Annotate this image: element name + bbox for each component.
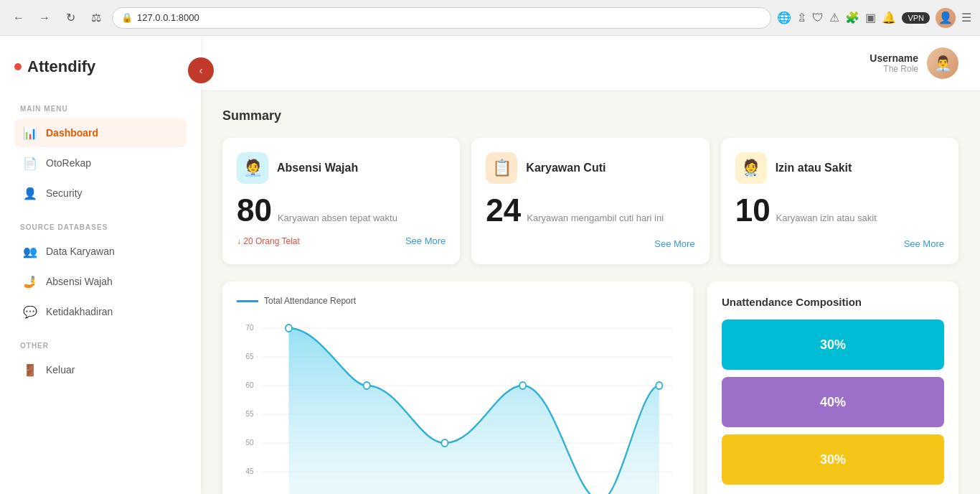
- chart-card: Total Attendance Report 70 65 60 55 50 4…: [222, 281, 693, 494]
- card-number-3: 10: [735, 192, 771, 228]
- otorekap-icon: 📄: [23, 156, 37, 170]
- puzzle-icon: 🧩: [845, 11, 859, 24]
- alert-text-1: 20 Orang Telat: [237, 236, 300, 246]
- top-header: Username The Role 👨‍💼: [201, 36, 980, 91]
- see-more-3[interactable]: See More: [904, 238, 944, 249]
- svg-text:70: 70: [246, 324, 254, 332]
- sidebar-item-ketidakhadiran[interactable]: 💬 Ketidakhadiran: [14, 297, 187, 326]
- main-menu-section: MAIN MENU 📊 Dashboard 📄 OtoRekap 👤 Secur…: [14, 105, 187, 209]
- notification-icon: 🔔: [882, 11, 896, 24]
- sidebar-item-dashboard[interactable]: 📊 Dashboard: [14, 118, 187, 147]
- cuti-card-icon: 📋: [486, 152, 517, 184]
- dashboard-icon: 📊: [23, 126, 37, 140]
- svg-text:55: 55: [246, 410, 254, 419]
- sidebar-item-keluar[interactable]: 🚪 Keluar: [14, 355, 187, 384]
- absensi-card-icon: 🧑‍💼: [237, 152, 268, 184]
- user-avatar: 👨‍💼: [927, 47, 958, 79]
- bookmark-button[interactable]: ⚖: [86, 8, 106, 28]
- card-footer-1: 20 Orang Telat See More: [237, 236, 446, 246]
- sidebar-item-absensi-wajah[interactable]: 🤳 Absensi Wajah: [14, 267, 187, 296]
- shield-icon: 🛡: [812, 11, 824, 24]
- bottom-section: Total Attendance Report 70 65 60 55 50 4…: [222, 281, 958, 494]
- see-more-2[interactable]: See More: [654, 238, 694, 249]
- card-header-2: 📋 Karyawan Cuti: [486, 152, 694, 184]
- card-desc-3: Karyawan izin atau sakit: [776, 213, 877, 223]
- share-icon: ⇫: [797, 11, 806, 24]
- comp-bar-label-3: 30%: [820, 452, 846, 467]
- datapoint-jan: [286, 325, 292, 332]
- svg-text:45: 45: [246, 467, 254, 476]
- absensi-icon: 🤳: [23, 274, 37, 289]
- back-button[interactable]: ←: [9, 8, 29, 28]
- see-more-1[interactable]: See More: [405, 236, 446, 246]
- browser-chrome: ← → ↻ ⚖ 🔒 127.0.0.1:8000 🌐 ⇫ 🛡 ⚠ 🧩 ▣ 🔔 V…: [0, 0, 980, 36]
- card-absensi-wajah: 🧑‍💼 Absensi Wajah 80 Karyawan absen tepa…: [222, 138, 460, 264]
- sidebar-label-dashboard: Dashboard: [46, 127, 98, 139]
- lock-icon: 🔒: [121, 12, 133, 23]
- sidebar-label-data-karyawan: Data Karyawan: [46, 246, 115, 257]
- svg-text:65: 65: [246, 353, 254, 361]
- app-layout: Attendify ‹ MAIN MENU 📊 Dashboard 📄 OtoR…: [0, 36, 980, 494]
- address-bar[interactable]: 🔒 127.0.0.1:8000: [112, 7, 771, 29]
- card-footer-2: See More: [486, 237, 694, 250]
- vpn-badge[interactable]: VPN: [902, 12, 930, 24]
- composition-title: Unattendance Composition: [722, 296, 944, 308]
- card-body-1: 80 Karyawan absen tepat waktu: [237, 192, 446, 228]
- card-footer-3: See More: [735, 237, 944, 250]
- composition-card: Unattendance Composition 30% 40% 30%: [707, 281, 958, 494]
- sidebar: Attendify ‹ MAIN MENU 📊 Dashboard 📄 OtoR…: [0, 36, 201, 494]
- dashboard-body: Summary 🧑‍💼 Absensi Wajah 80 Karyawan ab…: [201, 91, 980, 494]
- summary-cards: 🧑‍💼 Absensi Wajah 80 Karyawan absen tepa…: [222, 138, 958, 264]
- forward-button[interactable]: →: [34, 8, 55, 28]
- sidebar-logo: Attendify: [14, 50, 187, 83]
- sidebar-label-absensi: Absensi Wajah: [46, 276, 113, 287]
- chart-svg: 70 65 60 55 50 45 40: [237, 317, 679, 494]
- user-info: Username The Role 👨‍💼: [870, 47, 958, 79]
- card-title-3: Izin atau Sakit: [776, 162, 852, 174]
- comp-bar-purple: 40%: [722, 377, 944, 427]
- ketidakhadiran-icon: 💬: [23, 304, 37, 319]
- window-icon: ▣: [865, 11, 876, 24]
- svg-text:50: 50: [246, 439, 254, 447]
- sidebar-label-ketidakhadiran: Ketidakhadiran: [46, 306, 113, 317]
- izin-card-icon: 🧑‍⚕️: [735, 152, 767, 184]
- card-title-2: Karyawan Cuti: [526, 162, 606, 174]
- card-izin-sakit: 🧑‍⚕️ Izin atau Sakit 10 Karyawan izin at…: [721, 138, 958, 264]
- comp-bar-label-1: 30%: [820, 337, 846, 353]
- user-text: Username The Role: [870, 52, 918, 74]
- sidebar-item-data-karyawan[interactable]: 👥 Data Karyawan: [14, 237, 187, 266]
- chart-container: 70 65 60 55 50 45 40: [237, 317, 679, 494]
- chart-legend-label: Total Attendance Report: [264, 296, 356, 306]
- sidebar-item-otorekap[interactable]: 📄 OtoRekap: [14, 149, 187, 177]
- sidebar-label-otorekap: OtoRekap: [46, 157, 91, 169]
- menu-icon[interactable]: ☰: [961, 11, 971, 24]
- card-header-1: 🧑‍💼 Absensi Wajah: [237, 152, 446, 184]
- chart-legend: Total Attendance Report: [237, 296, 679, 306]
- legend-line: [237, 300, 258, 302]
- datapoint-feb: [364, 382, 370, 389]
- card-header-3: 🧑‍⚕️ Izin atau Sakit: [735, 152, 944, 184]
- main-menu-label: MAIN MENU: [14, 105, 187, 113]
- logo-dot: [14, 63, 22, 70]
- card-number-1: 80: [237, 192, 272, 228]
- url-text: 127.0.0.1:8000: [137, 12, 199, 23]
- datapoint-jun: [656, 382, 662, 389]
- profile-avatar[interactable]: 👤: [936, 8, 956, 28]
- alert-icon: ⚠: [829, 11, 839, 24]
- card-karyawan-cuti: 📋 Karyawan Cuti 24 Karyawan mengambil cu…: [471, 138, 709, 264]
- svg-text:60: 60: [246, 381, 254, 390]
- sidebar-item-security[interactable]: 👤 Security: [14, 179, 187, 208]
- data-karyawan-icon: 👥: [23, 244, 37, 258]
- card-title-1: Absensi Wajah: [277, 162, 358, 174]
- other-label: OTHER: [14, 342, 187, 350]
- card-desc-1: Karyawan absen tepat waktu: [278, 213, 397, 223]
- card-body-3: 10 Karyawan izin atau sakit: [735, 192, 944, 228]
- comp-bar-cyan: 30%: [722, 320, 944, 370]
- security-icon: 👤: [23, 186, 37, 200]
- refresh-button[interactable]: ↻: [60, 8, 80, 28]
- sidebar-label-security: Security: [46, 187, 83, 199]
- collapse-button[interactable]: ‹: [188, 57, 214, 83]
- source-db-section: SOURCE DATABASES 👥 Data Karyawan 🤳 Absen…: [14, 223, 187, 327]
- card-number-2: 24: [486, 192, 521, 228]
- source-db-label: SOURCE DATABASES: [14, 223, 187, 231]
